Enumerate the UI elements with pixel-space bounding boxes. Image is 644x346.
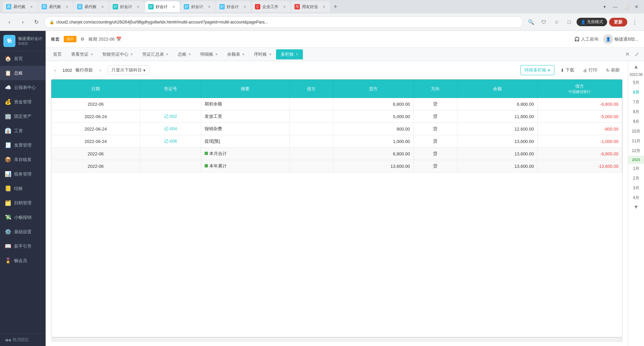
browser-tab-3[interactable]: 易 易代账 × xyxy=(74,1,109,12)
account-badge[interactable]: 演示 xyxy=(64,36,76,42)
filter-label: 只显示下级科目 xyxy=(111,67,142,73)
tab-close-2[interactable]: × xyxy=(64,4,70,9)
cal-month-dec-2022[interactable]: 12月 xyxy=(628,146,644,156)
forward-button[interactable]: › xyxy=(17,17,28,28)
star-icon[interactable]: ☆ xyxy=(551,17,562,28)
cal-month-may-2022[interactable]: 5月 xyxy=(628,78,644,88)
tab-close-1[interactable]: × xyxy=(29,4,34,9)
new-tab-button[interactable]: + xyxy=(331,2,340,11)
sidebar-item-settings[interactable]: ⚙️ 基础设置 xyxy=(0,225,46,239)
tab-balance[interactable]: 余额表 × xyxy=(222,49,249,59)
print-button[interactable]: 🖨 打印 xyxy=(580,65,600,75)
special-ledger-button[interactable]: 特殊多栏账 ▾ xyxy=(520,65,554,75)
browser-tab-7[interactable]: 好 好会计 × xyxy=(216,1,251,12)
cal-month-aug-2022[interactable]: 8月 xyxy=(628,107,644,117)
tab-journal-close[interactable]: × xyxy=(269,52,271,57)
sidebar-item-home[interactable]: 🏠 首页 xyxy=(0,51,46,66)
menu-button[interactable]: ⋮ xyxy=(629,17,640,28)
customer-service-button[interactable]: 🎧 人工咨询 xyxy=(574,36,598,42)
horizontal-scrollbar[interactable] xyxy=(51,337,623,342)
restore-button[interactable]: ⬜ xyxy=(621,2,631,11)
browser-tab-4[interactable]: 好 好会计 × xyxy=(109,1,144,12)
url-bar[interactable]: 🔒 cloud2.chanjet.com/accounting/uh26t264… xyxy=(44,16,523,28)
tab-list-button[interactable]: ▾ xyxy=(600,2,609,11)
cal-month-jun-2022[interactable]: 6月 xyxy=(628,88,644,97)
tab-vsummary-close[interactable]: × xyxy=(166,52,168,57)
next-account-button[interactable]: › xyxy=(96,66,104,74)
tab-balance-close[interactable]: × xyxy=(242,52,245,57)
cal-month-jan-2023[interactable]: 1月 xyxy=(628,164,644,174)
browser-tab-8[interactable]: C 企业工作 × xyxy=(252,1,290,12)
cal-month-sep-2022[interactable]: 9月 xyxy=(628,117,644,127)
sidebar-item-inventory[interactable]: 📦 库存核算 xyxy=(0,152,46,167)
tab-home[interactable]: 首页 xyxy=(48,49,66,59)
extensions-icon[interactable]: □ xyxy=(564,17,575,28)
tab-voucher-summary[interactable]: 凭证汇总表 × xyxy=(138,49,173,59)
calendar-up-button[interactable]: ▲ xyxy=(632,62,640,71)
tab-voucher[interactable]: 查看凭证 × xyxy=(66,49,98,59)
tab-multi-column[interactable]: 多栏账 × xyxy=(276,49,303,59)
sidebar-item-membership[interactable]: 🎖️ 畅会员 xyxy=(0,253,46,268)
download-button[interactable]: ⬇ 下载 xyxy=(558,65,577,75)
period-selector[interactable]: 账期 2022-06 📅 xyxy=(89,36,121,42)
tab-multi-close[interactable]: × xyxy=(296,52,298,57)
back-button[interactable]: ‹ xyxy=(4,17,15,28)
refresh-button[interactable]: ↻ 刷新 xyxy=(603,65,623,75)
tab-journal[interactable]: 序时账 × xyxy=(249,49,276,59)
tab-smart-voucher[interactable]: 智能凭证中心 × xyxy=(98,49,138,59)
browser-tab-1[interactable]: 易 易代账 × xyxy=(3,1,38,12)
browser-tab-5[interactable]: 好 好会计 × xyxy=(145,1,180,12)
prev-account-button[interactable]: ‹ xyxy=(51,66,59,74)
user-profile[interactable]: 👤 畅捷通B组... xyxy=(603,34,639,44)
sidebar-item-funds[interactable]: 💰 资金管理 xyxy=(0,95,46,109)
reload-button[interactable]: ↻ xyxy=(31,17,42,28)
cal-month-feb-2023[interactable]: 2月 xyxy=(628,174,644,183)
cal-month-apr-2023[interactable]: 4月 xyxy=(628,193,644,203)
sidebar-item-expenses[interactable]: 💸 小畅报销 xyxy=(0,210,46,225)
sub-account-filter[interactable]: 只显示下级科目 ▾ xyxy=(108,65,149,75)
sidebar-item-fixed-assets[interactable]: 🏢 固定资产 xyxy=(0,109,46,123)
sidebar-item-tax[interactable]: 📊 税务管理 xyxy=(0,167,46,181)
tab-close-3[interactable]: × xyxy=(100,4,105,9)
sidebar-item-payroll[interactable]: 👔 工资 xyxy=(0,123,46,138)
shield-icon[interactable]: 🛡 xyxy=(538,17,549,28)
tab-smart-close[interactable]: × xyxy=(130,52,133,57)
collapse-panel-button[interactable]: ✕ xyxy=(623,50,632,59)
settings-gear[interactable]: ⚙ xyxy=(80,37,85,42)
cal-month-mar-2023[interactable]: 3月 xyxy=(628,183,644,193)
tab-close-6[interactable]: × xyxy=(207,4,212,9)
stealth-mode-button[interactable]: 👤 无痕模式 xyxy=(577,18,607,26)
sidebar-item-general-ledger[interactable]: 📋 总账 xyxy=(0,66,46,80)
tab-detail-ledger[interactable]: 明细账 × xyxy=(196,49,222,59)
browser-tab-6[interactable]: 好 好会计 × xyxy=(180,1,215,12)
minimize-button[interactable]: — xyxy=(610,2,620,11)
cell-voucher[interactable]: 记-006 xyxy=(140,135,201,148)
calendar-down-button[interactable]: ▼ xyxy=(632,203,640,211)
sidebar-item-cloud-reports[interactable]: ☁️ 云报表中心 xyxy=(0,80,46,95)
browser-tab-2[interactable]: 易 易代账 × xyxy=(38,1,73,12)
sidebar-item-guide[interactable]: 📖 新手引导 xyxy=(0,239,46,253)
search-icon[interactable]: 🔍 xyxy=(526,17,536,28)
cal-month-nov-2022[interactable]: 11月 xyxy=(628,136,644,146)
tab-detail-close[interactable]: × xyxy=(215,52,218,57)
update-button[interactable]: 更新 xyxy=(609,18,627,27)
tab-close-8[interactable]: × xyxy=(282,4,287,9)
cal-month-jul-2022[interactable]: 7月 xyxy=(628,97,644,107)
sidebar-item-archive[interactable]: 🗂️ 归档管理 xyxy=(0,196,46,210)
tab-general-ledger[interactable]: 总账 × xyxy=(173,49,196,59)
cell-voucher[interactable]: 记-004 xyxy=(140,123,201,135)
tab-close-9[interactable]: × xyxy=(321,4,327,9)
sidebar-item-invoices[interactable]: 🧾 发票管理 xyxy=(0,138,46,152)
sidebar-item-close-accounts[interactable]: 📒 结账 xyxy=(0,181,46,196)
tab-close-5[interactable]: × xyxy=(171,4,176,9)
cell-voucher[interactable]: 记-002 xyxy=(140,110,201,123)
close-window-button[interactable]: ✕ xyxy=(632,2,641,11)
browser-tab-9[interactable]: 用 用友好业 × xyxy=(291,1,330,12)
tab-close-7[interactable]: × xyxy=(242,4,248,9)
expand-panel-button[interactable]: ⤢ xyxy=(632,50,641,59)
tab-close-4[interactable]: × xyxy=(136,4,141,9)
tab-general-close[interactable]: × xyxy=(189,52,191,57)
unpin-button[interactable]: ◀◀ 取消固定 xyxy=(0,333,46,346)
tab-voucher-close[interactable]: × xyxy=(91,52,93,57)
cal-month-oct-2022[interactable]: 10月 xyxy=(628,127,644,136)
